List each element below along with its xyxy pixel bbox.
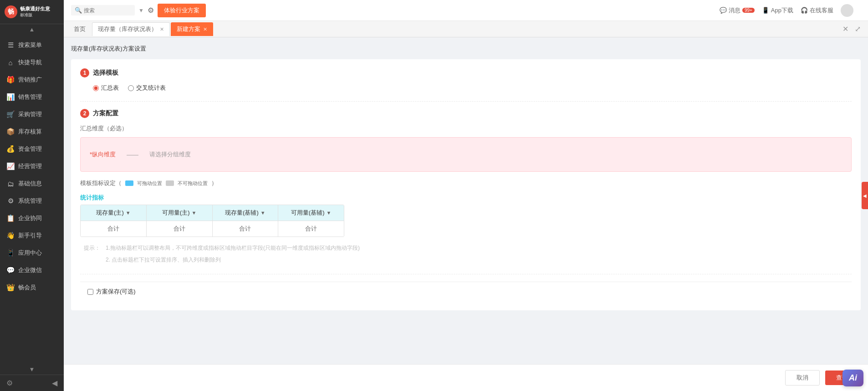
topbar-right: 💬 消息 99+ 📱 App下载 🎧 在线客服 xyxy=(720,4,861,17)
stats-data-row: 合计 合计 合计 合计 xyxy=(81,221,344,237)
inventory-icon: 📦 xyxy=(6,128,15,136)
sidebar-item-system[interactable]: ⚙ 系统管理 xyxy=(0,192,64,210)
stats-col-present-aux[interactable]: 现存量(基辅) ▼ xyxy=(213,205,279,221)
stats-col-available-main[interactable]: 可用量(主) ▼ xyxy=(147,205,213,221)
stats-col-present-aux-chevron[interactable]: ▼ xyxy=(260,210,266,216)
sidebar-item-sales[interactable]: 📊 销售管理 xyxy=(0,88,64,106)
draggable-badge xyxy=(125,180,133,186)
sidebar-item-label: 快捷导航 xyxy=(18,58,42,67)
user-avatar[interactable] xyxy=(841,4,853,17)
sidebar-item-basic-info[interactable]: 🗂 基础信息 xyxy=(0,175,64,192)
finance-icon: 💰 xyxy=(6,145,15,153)
sidebar-item-label: 采购管理 xyxy=(18,110,42,118)
tab-new-scheme-close[interactable]: ✕ xyxy=(203,26,207,32)
sidebar-item-label: 营销推广 xyxy=(18,76,42,84)
hints-section: 提示： 1.拖动标题栏可以调整布局，不可跨维度或指标区域拖动栏目字段(只能在同一… xyxy=(80,243,852,265)
sidebar-scroll-down[interactable]: ▼ xyxy=(0,364,64,375)
vertical-dimension-label: *纵向维度 xyxy=(90,150,116,159)
step2-section: 2 方案配置 汇总维度（必选） *纵向维度 —— 请选择分组维度 模板指标设定（… xyxy=(80,109,852,265)
collapse-icon[interactable]: ◀ xyxy=(52,379,57,387)
tab-home[interactable]: 首页 xyxy=(68,22,91,36)
cancel-button[interactable]: 取消 xyxy=(785,370,820,386)
online-service-item[interactable]: 🎧 在线客服 xyxy=(801,6,833,15)
search-menu-icon: ☰ xyxy=(6,41,15,49)
wechat-icon: 💬 xyxy=(6,266,15,274)
settings-icon[interactable]: ⚙ xyxy=(6,379,13,387)
dimension-box: *纵向维度 —— 请选择分组维度 xyxy=(80,137,852,172)
save-checkbox-label[interactable]: 方案保存(可选) xyxy=(87,288,136,296)
sidebar-item-app-center[interactable]: 📱 应用中心 xyxy=(0,244,64,262)
stats-data-present-main: 合计 xyxy=(81,221,147,237)
radio-summary-label: 汇总表 xyxy=(101,84,119,92)
sidebar-item-enterprise[interactable]: 📋 企业协同 xyxy=(0,210,64,227)
save-checkbox-input[interactable] xyxy=(87,289,93,295)
topbar-settings-icon[interactable]: ⚙ xyxy=(148,6,154,15)
app-download-label: App下载 xyxy=(771,6,793,15)
step1-section: 1 选择模板 汇总表 交叉统计表 xyxy=(80,68,852,92)
tab-inventory-status-label: 现存量（库存状况表） xyxy=(98,25,157,33)
sidebar-item-marketing[interactable]: 🎁 营销推广 xyxy=(0,71,64,88)
indicator-label-prefix: 模板指标设定（ xyxy=(80,179,122,187)
stats-col-present-main[interactable]: 现存量(主) ▼ xyxy=(81,205,147,221)
radio-summary[interactable]: 汇总表 xyxy=(93,84,119,92)
stats-col-present-main-label: 现存量(主) xyxy=(96,209,124,217)
newbie-icon: 👋 xyxy=(6,232,15,240)
sidebar-item-wechat[interactable]: 💬 企业微信 xyxy=(0,262,64,279)
save-label: 方案保存(可选) xyxy=(96,288,136,296)
page-header: 现存量(库存状况表)方案设置 xyxy=(71,45,861,53)
tab-inventory-status-close[interactable]: ✕ xyxy=(160,26,164,32)
step1-badge: 1 xyxy=(80,68,89,77)
sidebar-item-quick-nav[interactable]: ⌂ 快捷导航 xyxy=(0,54,64,71)
hint-2: 2. 点击标题栏下拉可设置排序、插入列和删除列 xyxy=(106,257,221,263)
sidebar-item-label: 经营管理 xyxy=(18,162,42,170)
operations-icon: 📈 xyxy=(6,162,15,170)
sidebar-item-member[interactable]: 👑 畅会员 xyxy=(0,279,64,296)
sidebar-item-label: 基础信息 xyxy=(18,180,42,188)
sidebar-item-newbie[interactable]: 👋 新手引导 xyxy=(0,227,64,244)
sidebar-item-search-menu[interactable]: ☰ 搜索菜单 xyxy=(0,36,64,54)
hint-1: 1.拖动标题栏可以调整布局，不可跨维度或指标区域拖动栏目字段(只能在同一维度或指… xyxy=(106,245,360,251)
sidebar-item-operations[interactable]: 📈 经营管理 xyxy=(0,158,64,175)
main-area: 🔍 ▼ ⚙ 体验行业方案 💬 消息 99+ 📱 App下载 🎧 在线客服 xyxy=(64,0,868,391)
messages-item[interactable]: 💬 消息 99+ xyxy=(720,6,755,15)
app-name: 畅康通好生意 xyxy=(20,5,50,12)
radio-cross[interactable]: 交叉统计表 xyxy=(128,84,166,92)
member-icon: 👑 xyxy=(6,283,15,292)
tab-close-all-icon[interactable]: ✕ xyxy=(840,24,851,34)
ai-badge[interactable]: Ai xyxy=(842,370,863,386)
tab-new-scheme[interactable]: 新建方案 ✕ xyxy=(171,22,213,36)
search-box[interactable]: 🔍 xyxy=(71,5,135,15)
system-icon: ⚙ xyxy=(6,197,15,205)
logo-icon: 畅 xyxy=(5,5,17,18)
stats-col-present-main-chevron[interactable]: ▼ xyxy=(126,210,131,216)
stats-table: 现存量(主) ▼ 可用量(主) ▼ 现存量(基辅) ▼ xyxy=(80,205,344,237)
sales-icon: 📊 xyxy=(6,93,15,101)
app-download-item[interactable]: 📱 App下载 xyxy=(762,6,793,15)
sidebar-item-purchase[interactable]: 🛒 采购管理 xyxy=(0,106,64,123)
tab-inventory-status[interactable]: 现存量（库存状况表） ✕ xyxy=(92,22,170,36)
tab-expand-icon[interactable]: ⤢ xyxy=(852,24,863,34)
marketing-icon: 🎁 xyxy=(6,76,15,84)
sidebar-item-inventory[interactable]: 📦 库存核算 xyxy=(0,123,64,140)
draggable-label: 可拖动位置 xyxy=(137,180,162,187)
search-input[interactable] xyxy=(84,7,129,14)
sidebar-scroll-up[interactable]: ▲ xyxy=(0,24,64,35)
radio-cross-input[interactable] xyxy=(128,85,134,91)
tabbar: 首页 现存量（库存状况表） ✕ 新建方案 ✕ ✕ ⤢ xyxy=(64,21,868,37)
sidebar-item-finance[interactable]: 💰 资金管理 xyxy=(0,140,64,158)
stats-col-available-aux[interactable]: 可用量(基辅) ▼ xyxy=(278,205,344,221)
indicator-settings-label: 模板指标设定（ 可拖动位置 不可拖动位置 ） xyxy=(80,179,852,187)
online-service-label: 在线客服 xyxy=(810,6,833,15)
right-edge-toggle[interactable]: ◀ xyxy=(862,182,868,209)
topbar-dropdown-icon[interactable]: ▼ xyxy=(138,7,144,14)
step2-badge: 2 xyxy=(80,109,89,118)
step2-header: 2 方案配置 xyxy=(80,109,852,118)
radio-summary-input[interactable] xyxy=(93,85,99,91)
stats-col-available-aux-chevron[interactable]: ▼ xyxy=(327,210,332,216)
stats-col-available-main-chevron[interactable]: ▼ xyxy=(192,210,197,216)
search-icon: 🔍 xyxy=(75,7,82,14)
config-panel: 1 选择模板 汇总表 交叉统计表 2 xyxy=(71,59,861,310)
step1-header: 1 选择模板 xyxy=(80,68,852,77)
stats-section-title: 统计指标 xyxy=(80,194,852,202)
trial-button[interactable]: 体验行业方案 xyxy=(158,4,206,17)
